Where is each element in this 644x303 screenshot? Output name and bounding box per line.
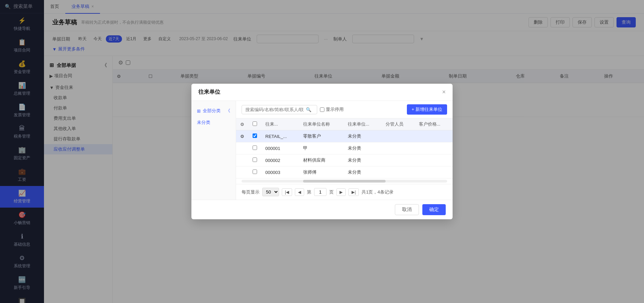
dialog-table-wrap: ⚙ 往来... 往来单位名称 往来单位... 分管人员 客户价格... (236, 118, 453, 178)
dialog-close-button[interactable]: × (442, 89, 446, 96)
row-price (415, 130, 453, 142)
row-price (415, 166, 453, 178)
table-row[interactable]: 000002 材料供应商 未分类 (236, 154, 453, 166)
dialog-col-checkbox[interactable] (248, 118, 261, 130)
dialog-pagination: 每页显示 50 |◀ ◀ 第 页 ▶ ▶| 共1页，4条记录 (236, 184, 453, 200)
dialog-sidebar-title: 全部分类 (203, 108, 221, 114)
row-settings (236, 142, 248, 154)
row-name: 零散客户 (299, 130, 344, 142)
row-settings (236, 154, 248, 166)
row-manager (381, 142, 415, 154)
new-counterparty-button[interactable]: + 新增往来单位 (407, 104, 447, 115)
row-category: 未分类 (344, 142, 381, 154)
show-disabled-text: 显示停用 (326, 106, 344, 113)
row-code: 000003 (261, 166, 299, 178)
dialog-select-all[interactable] (253, 121, 257, 126)
cancel-button[interactable]: 取消 (395, 204, 419, 215)
dialog-body: ⊞ 全部分类 《 未分类 🔍 (191, 101, 453, 200)
row-checkbox[interactable] (248, 166, 261, 178)
show-disabled-label[interactable]: 显示停用 (320, 106, 344, 113)
dialog-table-header-row: ⚙ 往来... 往来单位名称 往来单位... 分管人员 客户价格... (236, 118, 453, 130)
row-name: 张师傅 (299, 166, 344, 178)
table-row[interactable]: 000001 甲 未分类 (236, 142, 453, 154)
dialog-table: ⚙ 往来... 往来单位名称 往来单位... 分管人员 客户价格... (236, 118, 453, 178)
row-category: 未分类 (344, 154, 381, 166)
dialog-overlay: 往来单位 × ⊞ 全部分类 《 未分类 (0, 0, 644, 303)
row-code: RETAIL_... (261, 130, 299, 142)
page-suffix: 页 (329, 189, 334, 195)
dialog-main: 🔍 显示停用 + 新增往来单位 ⚙ (236, 101, 453, 200)
counterparty-dialog: 往来单位 × ⊞ 全部分类 《 未分类 (191, 84, 453, 219)
per-page-label: 每页显示 (242, 189, 259, 195)
row-settings (236, 166, 248, 178)
page-label: 第 (307, 189, 311, 195)
row-category: 未分类 (344, 166, 381, 178)
grid-icon-dialog: ⊞ (197, 108, 201, 114)
table-row[interactable]: 000003 张师傅 未分类 (236, 166, 453, 178)
dialog-scrollbar[interactable] (242, 180, 447, 183)
dialog-col-price: 客户价格... (415, 118, 453, 130)
dialog-sidebar-item-uncategorized[interactable]: 未分类 (191, 117, 236, 128)
last-page-button[interactable]: ▶| (348, 188, 359, 196)
dialog-col-name: 往来单位名称 (299, 118, 344, 130)
dialog-header: 往来单位 × (191, 84, 453, 101)
confirm-button[interactable]: 确定 (422, 204, 446, 215)
dialog-title: 往来单位 (198, 89, 220, 96)
dialog-footer: 取消 确定 (191, 200, 453, 219)
dialog-toolbar: 🔍 显示停用 + 新增往来单位 (236, 101, 453, 118)
row-checkbox[interactable] (248, 130, 261, 142)
next-page-button[interactable]: ▶ (336, 188, 346, 196)
dialog-sidebar-header: ⊞ 全部分类 《 (191, 105, 236, 117)
row-code: 000001 (261, 142, 299, 154)
dialog-toolbar-left: 🔍 显示停用 (242, 105, 344, 114)
page-input[interactable] (314, 188, 326, 196)
table-row[interactable]: ⚙ RETAIL_... 零散客户 未分类 (236, 130, 453, 142)
per-page-select[interactable]: 50 (262, 188, 279, 196)
row-price (415, 142, 453, 154)
search-box: 🔍 (242, 105, 317, 114)
dialog-sidebar: ⊞ 全部分类 《 未分类 (191, 101, 236, 200)
first-page-button[interactable]: |◀ (282, 188, 292, 196)
dialog-col-code: 往来... (261, 118, 299, 130)
row-settings: ⚙ (236, 130, 248, 142)
dialog-col-manager: 分管人员 (381, 118, 415, 130)
row-category: 未分类 (344, 130, 381, 142)
row-checkbox[interactable] (248, 154, 261, 166)
show-disabled-checkbox[interactable] (320, 107, 324, 112)
row-manager (381, 166, 415, 178)
row-name: 材料供应商 (299, 154, 344, 166)
prev-page-button[interactable]: ◀ (295, 188, 304, 196)
row-code: 000002 (261, 154, 299, 166)
search-input[interactable] (245, 107, 304, 112)
total-text: 共1页，4条记录 (362, 189, 393, 195)
row-price (415, 154, 453, 166)
collapse-dialog-icon[interactable]: 《 (226, 108, 230, 114)
row-manager (381, 154, 415, 166)
row-checkbox[interactable] (248, 142, 261, 154)
row-manager (381, 130, 415, 142)
search-icon-dialog: 🔍 (306, 107, 311, 112)
dialog-scrollbar-thumb (303, 180, 385, 183)
dialog-col-settings[interactable]: ⚙ (236, 118, 248, 130)
dialog-col-category: 往来单位... (344, 118, 381, 130)
row-name: 甲 (299, 142, 344, 154)
